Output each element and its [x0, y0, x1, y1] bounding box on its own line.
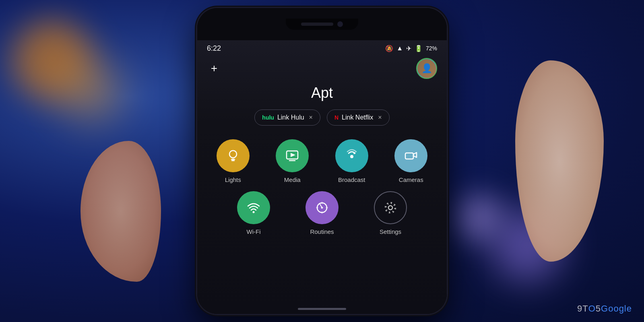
- phone: 6:22 🔕 ▲ ✈ 🔋 72% + 👤 Apt: [197, 8, 447, 314]
- lights-item[interactable]: Lights: [205, 139, 261, 183]
- cameras-circle: [394, 139, 427, 172]
- routines-circle: [305, 191, 339, 224]
- broadcast-icon: [345, 149, 359, 163]
- svg-point-0: [229, 151, 237, 158]
- lights-label: Lights: [225, 176, 241, 183]
- cameras-label: Cameras: [399, 176, 423, 183]
- scene: 6:22 🔕 ▲ ✈ 🔋 72% + 👤 Apt: [0, 0, 644, 322]
- svg-rect-10: [405, 153, 413, 159]
- status-icons: 🔕 ▲ ✈ 🔋 72%: [385, 45, 437, 52]
- broadcast-circle: [335, 139, 368, 172]
- hulu-close-button[interactable]: ×: [309, 114, 313, 121]
- status-bar: 6:22 🔕 ▲ ✈ 🔋 72%: [197, 40, 447, 56]
- lights-circle: [217, 139, 250, 172]
- wifi-circle: [237, 191, 270, 224]
- wifi-icon: [246, 200, 261, 215]
- chip-hulu[interactable]: hulu Link Hulu ×: [254, 109, 320, 126]
- avatar-image: 👤: [417, 59, 436, 78]
- netflix-label: Link Netflix: [342, 114, 373, 121]
- chip-netflix[interactable]: N Link Netflix ×: [327, 109, 390, 126]
- airplane-icon: ✈: [406, 45, 411, 52]
- battery-icon: 🔋: [415, 45, 423, 52]
- wifi-icon: ▲: [396, 45, 403, 52]
- icons-grid-row2: Wi-Fi: [197, 191, 447, 243]
- netflix-close-button[interactable]: ×: [378, 114, 382, 121]
- routines-icon: [315, 200, 329, 215]
- home-indicator: [298, 308, 346, 310]
- settings-icon: [383, 200, 398, 215]
- watermark: 9TO5Google: [577, 303, 632, 314]
- broadcast-label: Broadcast: [338, 176, 365, 183]
- hand-right: [515, 60, 604, 262]
- wifi-item[interactable]: Wi-Fi: [221, 191, 286, 235]
- settings-item[interactable]: Settings: [358, 191, 423, 235]
- phone-notch: [197, 8, 447, 40]
- svg-marker-5: [291, 153, 295, 157]
- status-time: 6:22: [207, 44, 221, 53]
- hand-left: [80, 141, 161, 282]
- battery-percent: 72%: [426, 45, 437, 52]
- svg-point-9: [354, 152, 355, 153]
- routines-item[interactable]: Routines: [290, 191, 354, 235]
- watermark-accent: O: [588, 303, 596, 314]
- top-bar: + 👤: [197, 56, 447, 80]
- screen-title: Apt: [197, 80, 447, 109]
- media-icon: [285, 149, 299, 163]
- lights-icon: [226, 149, 240, 163]
- settings-label: Settings: [380, 228, 401, 235]
- settings-circle: [374, 191, 407, 224]
- svg-point-22: [388, 206, 392, 210]
- cameras-item[interactable]: Cameras: [384, 139, 439, 183]
- svg-point-17: [321, 207, 323, 208]
- media-label: Media: [284, 176, 301, 183]
- broadcast-item[interactable]: Broadcast: [324, 139, 380, 183]
- routines-label: Routines: [310, 228, 334, 235]
- phone-screen: 6:22 🔕 ▲ ✈ 🔋 72% + 👤 Apt: [197, 40, 447, 314]
- hulu-logo: hulu: [262, 114, 274, 121]
- netflix-logo: N: [334, 114, 339, 121]
- front-camera: [337, 21, 343, 27]
- icons-grid-row1: Lights Media: [197, 135, 447, 191]
- mute-icon: 🔕: [385, 45, 393, 52]
- media-circle: [276, 139, 309, 172]
- media-item[interactable]: Media: [265, 139, 320, 183]
- notch-inner: [286, 19, 358, 30]
- svg-point-7: [350, 155, 353, 158]
- speaker: [301, 23, 333, 26]
- cameras-icon: [404, 149, 418, 163]
- hulu-label: Link Hulu: [277, 114, 304, 121]
- bokeh-light-2: [60, 60, 121, 121]
- watermark-brand: Google: [601, 303, 632, 314]
- chips-row: hulu Link Hulu × N Link Netflix ×: [197, 109, 447, 135]
- svg-point-12: [253, 211, 255, 213]
- wifi-label: Wi-Fi: [247, 228, 261, 235]
- add-button[interactable]: +: [207, 61, 221, 76]
- bokeh-light-4: [455, 193, 503, 242]
- avatar[interactable]: 👤: [416, 58, 437, 79]
